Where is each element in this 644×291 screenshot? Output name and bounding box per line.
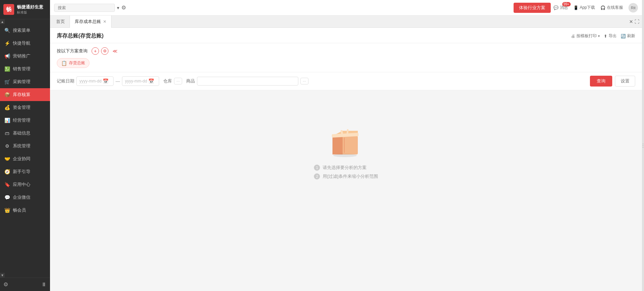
export-button[interactable]: ⬆ 导出 <box>604 33 617 39</box>
warehouse-more-btn[interactable]: ··· <box>174 78 182 84</box>
app-name-main: 畅捷通好生意 <box>17 4 43 10</box>
export-icon: ⬆ <box>604 34 607 39</box>
expand-icon[interactable]: ⛶ <box>635 19 639 24</box>
down-arrow-icon: ▼ <box>1 273 4 277</box>
svg-marker-2 <box>332 136 343 154</box>
sidebar-logo: 畅 畅捷通好生意 标准版 <box>0 0 50 19</box>
filter-section: 按以下方案查询 + ⚙ ≪ 📋 存货总账 <box>50 43 642 72</box>
sidebar-item-inventory[interactable]: 📦 库存核算 <box>0 88 50 101</box>
message-button[interactable]: 💬 消息 99+ <box>553 5 568 10</box>
sidebar-item-enterprise[interactable]: 🤝 企业协同 <box>0 152 50 165</box>
finance-icon: 💰 <box>4 104 10 111</box>
tab-inventory-cost[interactable]: 库存成本总账 ✕ <box>70 16 112 28</box>
setting-button[interactable]: 设置 <box>615 76 635 87</box>
goods-more-btn[interactable]: ··· <box>300 78 308 84</box>
query-button[interactable]: 查询 <box>590 76 612 87</box>
export-label: 导出 <box>609 33 617 39</box>
filter-collapse-icon[interactable]: ≪ <box>113 48 118 54</box>
date-end-placeholder: yyyy-mm-dd <box>125 79 147 83</box>
minimize-icon[interactable]: ✕ <box>629 19 633 24</box>
headset-icon: 🎧 <box>600 5 605 10</box>
date-end-input[interactable]: yyyy-mm-dd 📅 <box>122 76 159 86</box>
date-start-placeholder: yyyy-mm-dd <box>79 79 101 83</box>
user-avatar[interactable]: Rit <box>628 3 638 13</box>
sidebar-item-quick-nav[interactable]: ⚡ 快捷导航 <box>0 37 50 50</box>
print-button[interactable]: 🖨 按模板打印 ▾ <box>571 33 600 39</box>
sidebar-item-member[interactable]: 👑 畅会员 <box>0 204 50 217</box>
sidebar-item-label: 经营管理 <box>13 117 30 123</box>
sidebar-scroll-down[interactable]: ▼ <box>0 273 5 277</box>
tab-close-icon[interactable]: ✕ <box>103 19 106 24</box>
app-download-label: App下载 <box>580 5 595 10</box>
tab-home[interactable]: 首页 <box>51 16 70 28</box>
user-name: Rit <box>631 6 635 10</box>
sidebar-item-finance[interactable]: 💰 资金管理 <box>0 101 50 114</box>
sidebar-item-label: 搜索菜单 <box>13 27 30 33</box>
industry-button[interactable]: 体验行业方案 <box>514 3 551 13</box>
sidebar-item-operations[interactable]: 📊 经营管理 <box>0 114 50 127</box>
search-input[interactable] <box>54 4 115 12</box>
sidebar-item-label: 畅会员 <box>13 207 26 213</box>
quick-nav-icon: ⚡ <box>4 40 10 46</box>
sidebar-item-label: 销售管理 <box>13 66 30 72</box>
page-content: 库存总账(存货总账) 🖨 按模板打印 ▾ ⬆ 导出 🔄 刷新 <box>50 28 642 291</box>
resize-dots <box>643 144 643 148</box>
sidebar-item-guide[interactable]: 🧭 新手引导 <box>0 165 50 178</box>
collapse-icon[interactable]: ⏸ <box>41 282 47 288</box>
app-logo-icon: 畅 <box>3 4 14 15</box>
guide-icon: 🧭 <box>4 169 10 175</box>
system-icon: ⚙ <box>4 143 10 149</box>
sidebar-item-label: 企业微信 <box>13 194 30 200</box>
empty-tip-2: 2 用[过滤]条件来缩小分析范围 <box>314 173 378 179</box>
empty-illustration <box>326 117 366 158</box>
print-icon: 🖨 <box>571 34 575 39</box>
search-dropdown-icon[interactable]: ▾ <box>117 5 119 10</box>
sidebar-item-sales[interactable]: 💹 销售管理 <box>0 63 50 75</box>
basic-info-icon: 🗃 <box>4 130 10 136</box>
sidebar-nav: 🔍 搜索菜单 ⚡ 快捷导航 📢 营销推广 💹 销售管理 🛒 采购管理 📦 库存核… <box>0 24 50 273</box>
sidebar-item-basic-info[interactable]: 🗃 基础信息 <box>0 127 50 140</box>
tip-num-2: 2 <box>314 173 320 179</box>
warehouse-label: 仓库 <box>163 78 172 84</box>
scheme-row: 📋 存货总账 <box>57 58 635 68</box>
refresh-button[interactable]: 🔄 刷新 <box>621 33 635 39</box>
refresh-label: 刷新 <box>627 33 635 39</box>
page-title: 库存总账(存货总账) <box>57 32 104 40</box>
sidebar-item-label: 库存核算 <box>13 92 30 98</box>
refresh-icon: 🔄 <box>621 34 626 39</box>
sidebar-item-marketing[interactable]: 📢 营销推广 <box>0 50 50 63</box>
sidebar-item-system[interactable]: ⚙ 系统管理 <box>0 140 50 152</box>
member-icon: 👑 <box>4 207 10 213</box>
sidebar-item-wechat[interactable]: 💬 企业微信 <box>0 191 50 204</box>
settings-gear-icon[interactable]: ⚙ <box>121 4 126 11</box>
sidebar-item-purchase[interactable]: 🛒 采购管理 <box>0 75 50 88</box>
topbar-right: 💬 消息 99+ 📱 App下载 🎧 在线客服 Rit <box>553 3 638 13</box>
page-header: 库存总账(存货总账) 🖨 按模板打印 ▾ ⬆ 导出 🔄 刷新 <box>50 28 642 43</box>
settings-icon[interactable]: ⚙ <box>3 281 8 288</box>
empty-tip-1: 1 请先选择要分析的方案 <box>314 165 378 171</box>
filter-add-icon[interactable]: + <box>92 47 99 55</box>
sidebar-scroll-up[interactable]: ▲ <box>0 19 5 24</box>
sidebar-item-search[interactable]: 🔍 搜索菜单 <box>0 24 50 37</box>
empty-svg-illustration <box>326 117 366 158</box>
scheme-item-inventory[interactable]: 📋 存货总账 <box>57 58 90 68</box>
right-resize-handle[interactable] <box>642 0 644 291</box>
goods-input[interactable] <box>197 77 298 86</box>
empty-tips: 1 请先选择要分析的方案 2 用[过滤]条件来缩小分析范围 <box>314 165 378 182</box>
app-download-button[interactable]: 📱 App下载 <box>573 5 595 10</box>
print-dropdown-icon[interactable]: ▾ <box>598 34 600 38</box>
warehouse-field: 仓库 ··· <box>163 78 182 84</box>
calendar-start-icon[interactable]: 📅 <box>103 78 108 84</box>
scheme-item-label: 存货总账 <box>69 60 85 66</box>
calendar-end-icon[interactable]: 📅 <box>148 78 154 84</box>
inventory-icon: 📦 <box>4 92 10 98</box>
purchase-icon: 🛒 <box>4 79 10 85</box>
main-area: ▾ ⚙ 体验行业方案 💬 消息 99+ 📱 App下载 🎧 在线客服 Rit <box>50 0 642 291</box>
phone-icon: 📱 <box>573 5 578 10</box>
online-service-button[interactable]: 🎧 在线客服 <box>600 5 623 10</box>
date-start-input[interactable]: yyyy-mm-dd 📅 <box>76 76 114 86</box>
online-service-label: 在线客服 <box>607 5 623 10</box>
sidebar-item-app-center[interactable]: 🔖 应用中心 <box>0 178 50 191</box>
filter-settings-icon[interactable]: ⚙ <box>101 47 108 55</box>
tip-num-1: 1 <box>314 165 320 171</box>
